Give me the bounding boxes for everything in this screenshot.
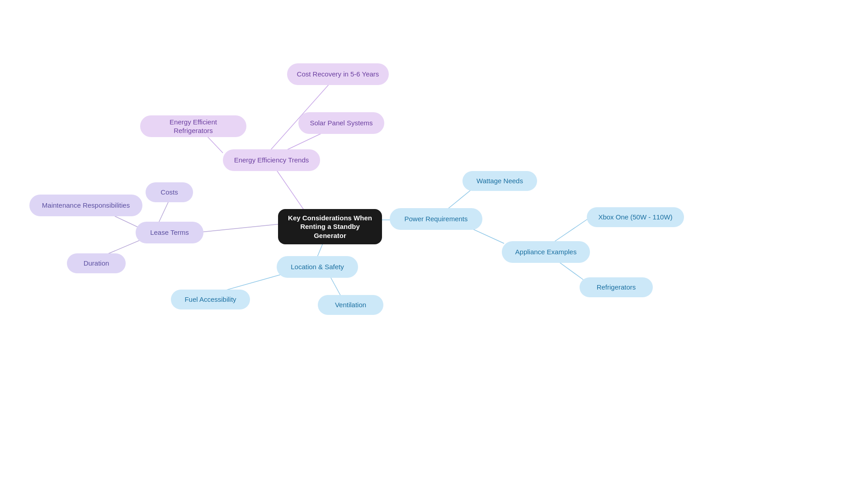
- location-safety-label: Location & Safety: [291, 262, 344, 271]
- refrigerators-label: Refrigerators: [597, 283, 636, 292]
- center-label: Key Considerations When Renting a Standb…: [287, 214, 373, 240]
- duration-node[interactable]: Duration: [67, 253, 126, 273]
- fuel-accessibility-node[interactable]: Fuel Accessibility: [171, 290, 250, 309]
- cost-recovery-label: Cost Recovery in 5-6 Years: [297, 70, 379, 79]
- refrigerators-node[interactable]: Refrigerators: [580, 277, 653, 297]
- ventilation-label: Ventilation: [335, 300, 366, 309]
- power-requirements-node[interactable]: Power Requirements: [390, 208, 482, 230]
- lease-terms-node[interactable]: Lease Terms: [136, 222, 203, 243]
- wattage-needs-label: Wattage Needs: [476, 176, 523, 186]
- energy-efficient-refrigerators-node[interactable]: Energy Efficient Refrigerators: [140, 115, 246, 137]
- solar-panel-systems-label: Solar Panel Systems: [310, 119, 373, 128]
- fuel-accessibility-label: Fuel Accessibility: [184, 295, 236, 304]
- duration-label: Duration: [84, 259, 109, 268]
- lease-terms-label: Lease Terms: [150, 228, 189, 237]
- maintenance-responsibilities-label: Maintenance Responsibilities: [42, 201, 130, 210]
- location-safety-node[interactable]: Location & Safety: [277, 256, 358, 278]
- costs-label: Costs: [160, 188, 178, 197]
- appliance-examples-node[interactable]: Appliance Examples: [502, 241, 590, 263]
- solar-panel-systems-node[interactable]: Solar Panel Systems: [298, 112, 384, 134]
- maintenance-responsibilities-node[interactable]: Maintenance Responsibilities: [29, 195, 142, 216]
- wattage-needs-node[interactable]: Wattage Needs: [462, 171, 537, 191]
- energy-efficiency-trends-node[interactable]: Energy Efficiency Trends: [223, 149, 320, 171]
- xbox-one-label: Xbox One (50W - 110W): [598, 213, 672, 222]
- power-requirements-label: Power Requirements: [404, 214, 467, 224]
- energy-efficient-refrigerators-label: Energy Efficient Refrigerators: [149, 118, 237, 135]
- ventilation-node[interactable]: Ventilation: [318, 295, 383, 315]
- appliance-examples-label: Appliance Examples: [515, 247, 577, 257]
- xbox-one-node[interactable]: Xbox One (50W - 110W): [587, 207, 684, 227]
- energy-efficiency-trends-label: Energy Efficiency Trends: [234, 156, 309, 165]
- cost-recovery-node[interactable]: Cost Recovery in 5-6 Years: [287, 63, 389, 85]
- costs-node[interactable]: Costs: [146, 182, 193, 202]
- center-node: Key Considerations When Renting a Standb…: [278, 209, 382, 244]
